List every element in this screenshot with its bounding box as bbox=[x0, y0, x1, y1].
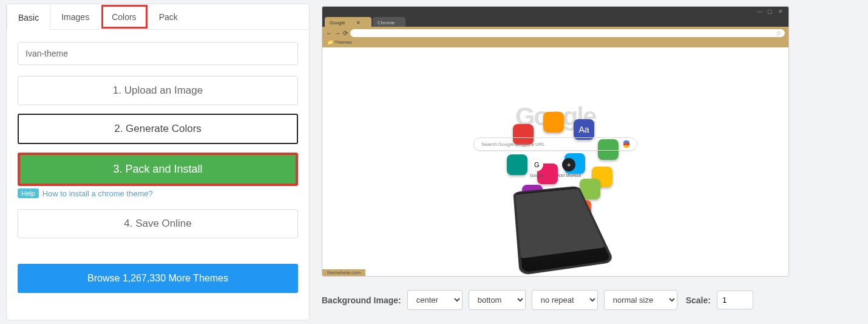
plus-icon: + bbox=[562, 158, 575, 171]
panel-body: 1. Upload an Image 2. Generate Colors 3.… bbox=[7, 30, 309, 305]
reload-icon[interactable]: ⟳ bbox=[343, 30, 348, 36]
tab-images[interactable]: Images bbox=[50, 4, 101, 29]
help-badge: Help bbox=[18, 188, 39, 198]
tab-pack[interactable]: Pack bbox=[148, 4, 189, 29]
mic-icon[interactable] bbox=[623, 140, 629, 148]
url-input[interactable]: ☆ bbox=[350, 29, 785, 37]
bookmark-bar: 📁 Themes bbox=[322, 39, 788, 47]
pack-install-button[interactable]: 3. Pack and Install bbox=[18, 153, 298, 186]
save-online-button[interactable]: 4. Save Online bbox=[18, 209, 298, 238]
theme-name-input[interactable] bbox=[18, 42, 298, 65]
position-v-select[interactable]: bottom bbox=[469, 290, 526, 310]
position-h-select[interactable]: center bbox=[407, 290, 463, 310]
shortcut-google[interactable]: G Google bbox=[530, 158, 544, 178]
forward-icon[interactable]: → bbox=[334, 30, 341, 36]
scale-label: Scale: bbox=[686, 295, 711, 305]
search-box[interactable]: Search Google or type a URL bbox=[473, 137, 637, 151]
bg-image-label: Background Image: bbox=[322, 295, 401, 305]
google-icon: G bbox=[530, 158, 543, 171]
shortcut-add[interactable]: + Add shortcut bbox=[557, 158, 581, 178]
browser-tab-active[interactable]: Google✕ bbox=[325, 17, 371, 27]
right-panel: — ▢ ✕ Google✕ Chrome ← → ⟳ ☆ 📁 Themes Go… bbox=[310, 0, 868, 324]
browser-tabs-strip: Google✕ Chrome bbox=[322, 16, 788, 27]
generate-colors-button[interactable]: 2. Generate Colors bbox=[18, 114, 298, 144]
address-bar: ← → ⟳ ☆ bbox=[322, 27, 788, 39]
phone-body bbox=[513, 186, 614, 276]
tab-basic[interactable]: Basic bbox=[7, 5, 50, 30]
tabs-bar: Basic Images Colors Pack bbox=[7, 4, 309, 30]
window-titlebar: — ▢ ✕ bbox=[322, 7, 788, 16]
scale-input[interactable] bbox=[717, 291, 753, 309]
help-link[interactable]: How to install a chrome theme? bbox=[42, 189, 153, 198]
watermark: themebeta.com bbox=[322, 269, 365, 276]
left-panel: Basic Images Colors Pack 1. Upload an Im… bbox=[6, 4, 310, 320]
browser-preview: — ▢ ✕ Google✕ Chrome ← → ⟳ ☆ 📁 Themes Go… bbox=[322, 6, 789, 277]
phone-illustration: Aa bbox=[476, 106, 634, 276]
size-select[interactable]: normal size bbox=[604, 290, 677, 310]
star-icon[interactable]: ☆ bbox=[776, 30, 781, 36]
browser-tab-inactive[interactable]: Chrome bbox=[373, 17, 405, 27]
help-row: Help How to install a chrome theme? bbox=[18, 188, 298, 198]
upload-image-button[interactable]: 1. Upload an Image bbox=[18, 76, 298, 105]
tab-colors[interactable]: Colors bbox=[101, 4, 147, 29]
shortcuts-row: G Google + Add shortcut bbox=[530, 158, 581, 178]
window-controls: — ▢ ✕ bbox=[757, 9, 785, 15]
back-icon[interactable]: ← bbox=[326, 30, 332, 36]
browse-themes-button[interactable]: Browse 1,267,330 More Themes bbox=[18, 264, 298, 293]
new-tab-page: Google Search Google or type a URL G Goo… bbox=[322, 47, 788, 276]
repeat-select[interactable]: no repeat bbox=[532, 290, 598, 310]
background-image-controls: Background Image: center bottom no repea… bbox=[322, 290, 789, 310]
